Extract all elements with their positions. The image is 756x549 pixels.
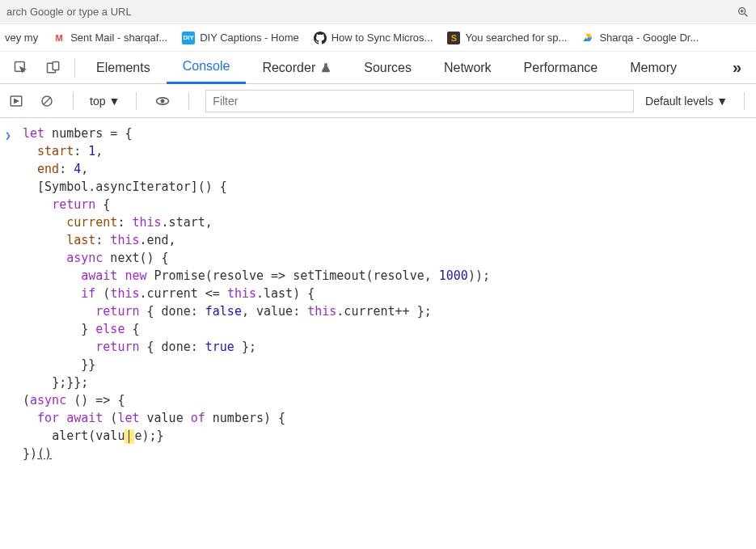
levels-label: Default levels bbox=[645, 95, 713, 108]
console-prompt: ❯ let numbers = { start: 1, end: 4, [Sym… bbox=[5, 125, 756, 462]
separator bbox=[136, 92, 137, 110]
context-selector[interactable]: top ▼ bbox=[90, 95, 120, 108]
sidebar-toggle-icon[interactable] bbox=[6, 91, 26, 111]
svg-marker-8 bbox=[15, 99, 19, 103]
address-bar[interactable]: arch Google or type a URL bbox=[0, 0, 756, 24]
context-label: top bbox=[90, 95, 105, 108]
tab-performance[interactable]: Performance bbox=[508, 52, 615, 84]
svg-rect-6 bbox=[53, 61, 59, 70]
console-body[interactable]: ❯ let numbers = { start: 1, end: 4, [Sym… bbox=[0, 118, 756, 462]
bookmark-item[interactable]: DIY DIY Captions - Home bbox=[182, 32, 299, 44]
bookmarks-bar: vey my M Sent Mail - sharqaf... DIY DIY … bbox=[0, 24, 756, 52]
svg-line-1 bbox=[745, 14, 747, 16]
more-tabs-icon[interactable]: » bbox=[723, 58, 751, 77]
bookmark-label: DIY Captions - Home bbox=[200, 32, 299, 44]
tab-recorder[interactable]: Recorder bbox=[246, 52, 348, 84]
tab-elements[interactable]: Elements bbox=[80, 52, 167, 84]
bookmark-label: Sharqa - Google Dr... bbox=[599, 32, 699, 44]
tab-network[interactable]: Network bbox=[428, 52, 508, 84]
gmail-icon: M bbox=[53, 32, 65, 44]
separator bbox=[73, 92, 74, 110]
bookmark-label: Sent Mail - sharqaf... bbox=[70, 32, 167, 44]
bookmark-label: vey my bbox=[5, 32, 38, 44]
chevron-down-icon: ▼ bbox=[108, 95, 120, 108]
bookmark-item[interactable]: Sharqa - Google Dr... bbox=[581, 32, 699, 44]
bookmark-item[interactable]: vey my bbox=[5, 32, 38, 44]
filter-input[interactable] bbox=[205, 90, 634, 112]
bookmark-item[interactable]: S You searched for sp... bbox=[447, 32, 567, 44]
tab-console[interactable]: Console bbox=[167, 52, 247, 84]
console-toolbar: top ▼ Default levels ▼ bbox=[0, 84, 756, 118]
prompt-chevron-icon: ❯ bbox=[5, 125, 23, 462]
devtools-tabs: Elements Console Recorder Sources Networ… bbox=[0, 52, 756, 84]
tab-memory[interactable]: Memory bbox=[614, 52, 693, 84]
tab-sources[interactable]: Sources bbox=[348, 52, 428, 84]
bookmark-label: You searched for sp... bbox=[465, 32, 567, 44]
googledrive-icon bbox=[581, 32, 594, 44]
svg-point-12 bbox=[161, 99, 165, 103]
separator bbox=[188, 92, 189, 110]
separator bbox=[74, 59, 75, 77]
diy-icon: DIY bbox=[182, 32, 195, 44]
text-cursor bbox=[125, 429, 134, 444]
device-toolbar-icon[interactable] bbox=[37, 52, 70, 84]
github-icon bbox=[314, 32, 327, 44]
clear-console-icon[interactable] bbox=[37, 91, 57, 111]
log-levels-selector[interactable]: Default levels ▼ bbox=[645, 95, 728, 108]
address-bar-text[interactable]: arch Google or type a URL bbox=[6, 6, 737, 18]
search-zoom-icon[interactable] bbox=[737, 6, 750, 19]
inspect-element-icon[interactable] bbox=[5, 52, 37, 84]
bookmark-label: How to Sync Micros... bbox=[332, 32, 433, 44]
bookmark-item[interactable]: M Sent Mail - sharqaf... bbox=[53, 32, 167, 44]
bookmark-item[interactable]: How to Sync Micros... bbox=[314, 32, 433, 44]
tab-label: Recorder bbox=[262, 61, 315, 75]
sitepoint-icon: S bbox=[447, 32, 460, 44]
live-expression-icon[interactable] bbox=[153, 91, 172, 111]
chevron-down-icon: ▼ bbox=[716, 95, 728, 108]
console-code[interactable]: let numbers = { start: 1, end: 4, [Symbo… bbox=[23, 125, 490, 462]
experiment-icon bbox=[320, 62, 332, 74]
svg-line-10 bbox=[44, 97, 51, 104]
separator bbox=[744, 92, 745, 110]
